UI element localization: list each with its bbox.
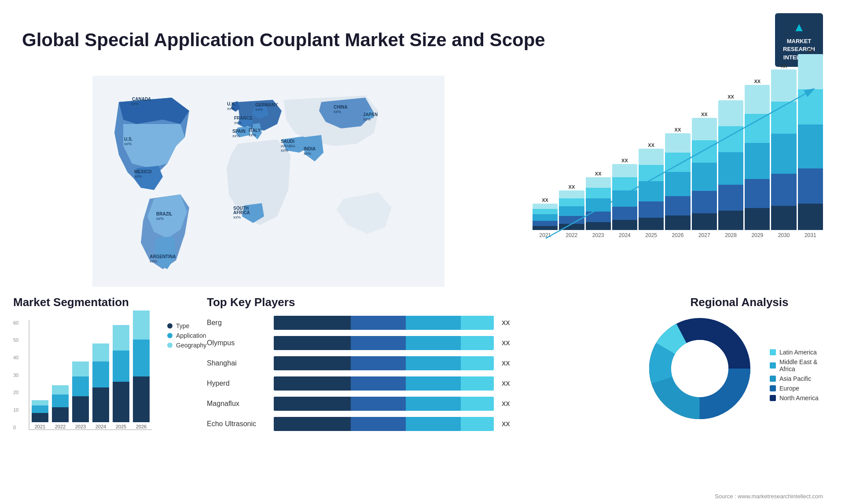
bar-piece [718, 211, 743, 230]
bar-stack-2027 [692, 118, 717, 230]
bar-xx-2030: XX [781, 63, 787, 69]
source-text: Source : www.marketresearchintellect.com [715, 493, 823, 500]
seg-year-label: 2021 [35, 424, 45, 429]
bar-piece [612, 190, 637, 207]
regional-legend: Latin America Middle East & Africa Asia … [770, 349, 832, 402]
legend-geo-dot [167, 343, 173, 348]
player-bar-seg [461, 316, 494, 330]
player-xx: XX [502, 319, 510, 326]
main-bar-group-2023: XX2023 [586, 171, 611, 238]
bar-stack-2028 [718, 100, 743, 230]
bar-year-2027: 2027 [698, 232, 710, 238]
bar-piece [771, 102, 796, 134]
regional-title: Regional Analysis [691, 296, 789, 309]
player-bar [274, 356, 494, 370]
seg-piece [133, 310, 150, 340]
player-bar-seg [274, 397, 351, 411]
svg-text:xx%: xx% [156, 216, 164, 221]
bar-piece [533, 226, 558, 230]
player-xx: XX [502, 400, 510, 407]
seg-bar-group-2026: 2026 [133, 319, 150, 429]
player-bar [274, 397, 494, 411]
seg-piece [113, 325, 129, 351]
svg-point-40 [671, 340, 728, 397]
seg-piece [92, 343, 109, 362]
legend-type-dot [167, 323, 173, 329]
seg-stack-2025 [113, 325, 129, 422]
bar-piece [586, 198, 611, 212]
player-bar-seg [351, 376, 406, 391]
player-bar-seg [274, 417, 351, 431]
y-label-60: 60 [13, 320, 18, 325]
seg-piece [133, 340, 150, 376]
svg-text:INDIA: INDIA [304, 146, 316, 151]
bar-xx-2025: XX [648, 142, 654, 148]
bar-piece [639, 165, 664, 181]
seg-piece [32, 400, 48, 406]
bar-xx-2027: XX [701, 112, 708, 117]
seg-piece [72, 362, 89, 376]
bar-xx-2029: XX [754, 79, 760, 84]
player-bar [274, 336, 494, 350]
player-name: Magnaflux [207, 400, 268, 408]
player-bar-seg [406, 376, 461, 391]
seg-year-label: 2024 [96, 424, 106, 429]
main-bar-group-2022: XX2022 [559, 184, 584, 238]
player-xx: XX [502, 360, 510, 367]
main-bar-group-2027: XX2027 [692, 112, 717, 238]
player-bar-seg [406, 417, 461, 431]
bar-stack-2025 [639, 149, 664, 230]
bar-piece [639, 201, 664, 218]
main-bar-group-2021: XX2021 [533, 197, 558, 238]
player-name: Echo Ultrasonic [207, 420, 268, 428]
segmentation-area: Market Segmentation 60 50 40 30 20 10 0 … [13, 296, 189, 498]
player-row-magnaflux: MagnafluxXX [207, 397, 629, 411]
seg-bar-group-2024: 2024 [92, 319, 109, 429]
reg-legend-asia: Asia Pacific [770, 375, 832, 382]
y-label-0: 0 [13, 425, 18, 430]
seg-stack-2022 [52, 385, 69, 422]
player-bar-seg [461, 376, 494, 391]
world-map: CANADA xx% U.S. xx% MEXICO xx% BRAZIL xx… [13, 76, 524, 287]
bar-piece [692, 163, 717, 191]
main-bar-group-2028: XX2028 [718, 94, 743, 238]
reg-label-europe: Europe [779, 385, 799, 392]
svg-text:U.K.: U.K. [227, 102, 236, 106]
main-bar-group-2024: XX2024 [612, 158, 637, 238]
seg-stack-2023 [72, 362, 89, 422]
reg-label-latin: Latin America [779, 349, 817, 356]
seg-bar-chart: 202120222023202420252026 [29, 320, 152, 430]
player-xx: XX [502, 380, 510, 387]
bar-xx-2022: XX [569, 184, 575, 190]
bar-piece [798, 89, 823, 124]
bar-stack-2029 [745, 85, 770, 230]
bar-piece [771, 174, 796, 206]
main-bar-group-2029: XX2029 [745, 79, 770, 238]
bar-piece [559, 198, 584, 206]
bar-stack-2030 [771, 69, 796, 230]
seg-stack-2024 [92, 343, 109, 422]
bar-piece [665, 172, 690, 196]
donut-svg [647, 316, 753, 421]
player-row-hyperd: HyperdXX [207, 376, 629, 391]
bar-piece [692, 191, 717, 213]
bar-year-2021: 2021 [539, 232, 551, 238]
bar-stack-2026 [665, 133, 690, 230]
player-bar-seg [351, 336, 406, 350]
y-label-10: 10 [13, 407, 18, 413]
seg-piece [72, 376, 89, 397]
svg-text:BRAZIL: BRAZIL [156, 212, 173, 216]
bar-piece [771, 69, 796, 102]
page-header: Global Special Application Couplant Mark… [0, 0, 845, 76]
bar-xx-2021: XX [542, 197, 548, 203]
svg-text:ARABIA: ARABIA [281, 144, 295, 148]
seg-bar-group-2022: 2022 [52, 319, 69, 429]
bar-piece [533, 209, 558, 214]
reg-dot-na [770, 395, 776, 401]
bar-piece [718, 100, 743, 126]
player-bar [274, 376, 494, 391]
player-bar-seg [351, 316, 406, 330]
reg-dot-europe [770, 385, 776, 391]
seg-year-label: 2026 [136, 424, 147, 429]
bar-piece [771, 134, 796, 174]
